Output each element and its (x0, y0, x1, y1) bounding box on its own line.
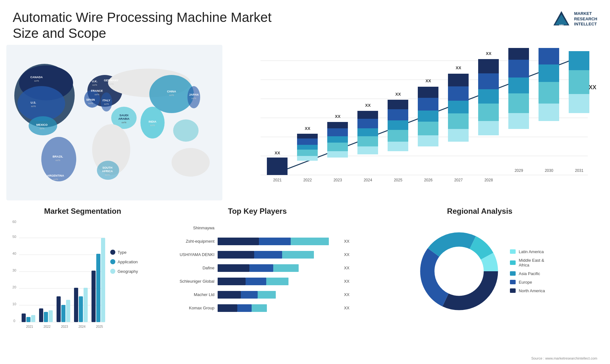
svg-text:2023: 2023 (61, 325, 68, 328)
svg-rect-144 (26, 317, 30, 322)
svg-text:SOUTH: SOUTH (102, 166, 112, 169)
svg-text:xx%: xx% (39, 127, 44, 130)
player-row: USHIYAMA DENKI XX (165, 250, 349, 259)
svg-rect-116 (508, 78, 529, 93)
svg-text:ARABIA: ARABIA (119, 117, 130, 120)
svg-text:2023: 2023 (334, 178, 342, 182)
svg-text:XX: XX (274, 151, 280, 155)
player-name: Dafine (165, 266, 214, 270)
svg-text:CHINA: CHINA (167, 90, 176, 93)
player-row: Zsht-equipment XX (165, 237, 349, 246)
svg-rect-161 (101, 238, 105, 322)
svg-rect-148 (44, 312, 48, 322)
svg-text:ARGENTINA: ARGENTINA (47, 174, 64, 177)
svg-rect-94 (418, 122, 438, 135)
svg-rect-126 (569, 70, 589, 94)
svg-rect-102 (448, 101, 469, 113)
legend-color-europe (510, 280, 516, 284)
svg-text:XX: XX (305, 126, 310, 131)
svg-rect-152 (61, 305, 65, 322)
svg-point-19 (173, 119, 199, 142)
world-map-svg: CANADA xx% U.S. xx% MEXICO xx% BRAZIL xx… (6, 45, 222, 200)
svg-rect-111 (478, 59, 499, 73)
bar-chart-svg: XX 2021 XX 2022 XX 2023 XX 20 (235, 48, 597, 197)
svg-text:2027: 2027 (454, 178, 463, 182)
player-name: Schleuniger Global (165, 279, 214, 284)
legend-color-latin (510, 249, 516, 254)
player-bar (218, 290, 339, 299)
legend-label-asia: Asia Pacific (519, 271, 540, 276)
svg-rect-104 (448, 74, 469, 86)
svg-rect-114 (508, 113, 529, 129)
svg-rect-66 (297, 150, 318, 156)
svg-rect-96 (418, 98, 438, 111)
svg-rect-81 (357, 128, 378, 136)
player-value: XX (344, 292, 349, 297)
svg-rect-180 (266, 278, 288, 285)
svg-rect-155 (74, 288, 78, 322)
svg-rect-170 (259, 238, 291, 245)
player-row: Macher Ltd XX (165, 290, 349, 299)
svg-rect-89 (388, 109, 408, 120)
svg-text:60: 60 (12, 220, 16, 224)
svg-rect-73 (327, 143, 348, 151)
svg-text:SPAIN: SPAIN (86, 98, 95, 101)
svg-text:2030: 2030 (545, 168, 553, 173)
svg-rect-174 (282, 251, 314, 259)
svg-text:xx%: xx% (109, 83, 113, 85)
svg-rect-95 (418, 111, 438, 122)
svg-text:ITALY: ITALY (103, 99, 111, 102)
legend-item-latin: Latin America (510, 249, 545, 254)
svg-rect-127 (569, 51, 589, 70)
legend-item-northam: North America (510, 288, 545, 293)
svg-text:2029: 2029 (515, 168, 523, 173)
svg-rect-72 (327, 151, 348, 158)
svg-text:XX: XX (589, 84, 596, 91)
legend-item-mideast: Middle East &Africa (510, 258, 545, 267)
svg-rect-177 (273, 264, 299, 272)
svg-rect-68 (297, 138, 318, 145)
svg-rect-184 (218, 304, 237, 312)
player-bar (218, 264, 339, 273)
logo-icon: MRI (552, 10, 571, 29)
player-value: XX (344, 279, 349, 284)
svg-rect-103 (448, 86, 469, 101)
svg-rect-159 (92, 271, 96, 322)
svg-rect-69 (297, 134, 318, 138)
bottom-content: Market Segmentation 0 10 20 30 40 50 60 … (0, 204, 610, 364)
svg-point-6 (17, 86, 65, 121)
player-bar (218, 304, 339, 313)
svg-text:xx%: xx% (92, 84, 97, 86)
svg-text:xx%: xx% (55, 159, 60, 162)
svg-rect-173 (254, 251, 282, 259)
regional-legend: Latin America Middle East &Africa Asia P… (510, 249, 545, 293)
legend-label-mideast: Middle East &Africa (519, 258, 544, 267)
svg-text:U.K.: U.K. (92, 80, 98, 83)
player-bar (218, 237, 339, 246)
top-key-players: Top Key Players Shinmaywa Zsht-equipment… (165, 207, 349, 364)
svg-rect-93 (418, 135, 438, 146)
player-value: XX (344, 266, 349, 270)
svg-rect-109 (478, 89, 499, 104)
svg-rect-79 (357, 146, 378, 154)
legend-label-europe: Europe (519, 280, 532, 285)
svg-point-192 (437, 249, 481, 293)
svg-text:xx%: xx% (121, 121, 126, 124)
svg-text:xx%: xx% (191, 97, 196, 100)
svg-rect-108 (478, 104, 499, 121)
svg-point-165 (110, 259, 115, 264)
svg-text:XX: XX (425, 78, 431, 83)
world-map-section: CANADA xx% U.S. xx% MEXICO xx% BRAZIL xx… (6, 45, 222, 200)
svg-rect-65 (297, 156, 318, 161)
svg-rect-181 (218, 291, 241, 299)
players-title: Top Key Players (165, 207, 349, 216)
svg-rect-169 (218, 238, 259, 245)
svg-rect-176 (249, 264, 273, 272)
svg-text:2024: 2024 (78, 325, 86, 328)
svg-rect-83 (357, 111, 378, 119)
svg-rect-157 (84, 288, 88, 322)
svg-rect-179 (246, 278, 266, 285)
svg-rect-120 (539, 104, 559, 121)
svg-text:xx%: xx% (53, 178, 58, 181)
svg-text:xx%: xx% (169, 94, 174, 97)
